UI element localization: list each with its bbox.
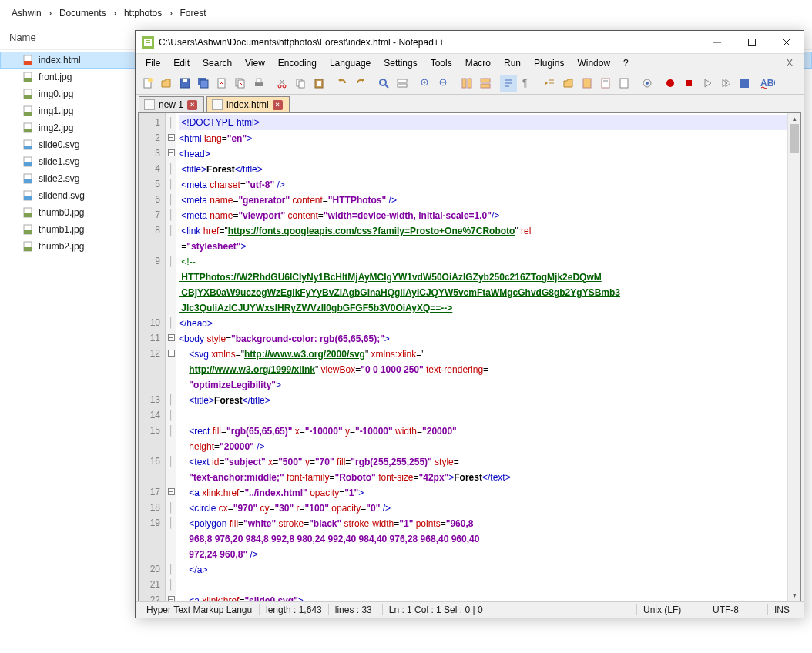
- tab-new1[interactable]: new 1×: [139, 96, 204, 112]
- find-icon[interactable]: [375, 75, 392, 92]
- menu-plugins[interactable]: Plugins: [528, 55, 569, 71]
- breadcrumb[interactable]: Ashwin › Documents › httphotos › Forest: [0, 0, 812, 25]
- file-icon: [144, 99, 155, 110]
- closefile-icon[interactable]: [213, 75, 230, 92]
- scroll-up-icon[interactable]: ▴: [788, 113, 800, 124]
- open-icon[interactable]: [158, 75, 175, 92]
- fold-column[interactable]: │││││││││││││││││: [166, 113, 176, 601]
- file-name: img1.jpg: [39, 105, 73, 116]
- cut-icon[interactable]: [273, 75, 290, 92]
- undo-icon[interactable]: [334, 75, 351, 92]
- folder-icon[interactable]: [560, 75, 577, 92]
- svg-rect-21: [24, 230, 32, 234]
- crumb-2[interactable]: httphotos: [124, 8, 162, 18]
- svg-line-55: [385, 85, 388, 88]
- file-name: index.html: [39, 55, 81, 65]
- window-title: C:\Users\Ashwin\Documents\httphotos\Fore…: [159, 37, 700, 48]
- scroll-thumb[interactable]: [790, 124, 799, 153]
- crumb-sep: ›: [169, 8, 173, 18]
- spellcheck-icon[interactable]: ABC: [759, 75, 776, 92]
- crumb-sep: ›: [49, 8, 52, 18]
- closeall-icon[interactable]: [232, 75, 249, 92]
- crumb-sep: ›: [113, 8, 116, 18]
- svg-rect-17: [24, 196, 32, 200]
- wrap-icon[interactable]: [500, 75, 517, 92]
- menu-settings[interactable]: Settings: [378, 55, 422, 71]
- file-name: front.jpg: [39, 72, 72, 82]
- stop-icon[interactable]: [680, 75, 697, 92]
- file-icon: [22, 189, 34, 202]
- status-mode: INS: [768, 604, 799, 615]
- svg-rect-57: [398, 84, 407, 87]
- scroll-down-icon[interactable]: ▾: [788, 590, 800, 601]
- sync-v-icon[interactable]: [458, 75, 475, 92]
- indent-icon[interactable]: [542, 75, 559, 92]
- menubar: File Edit Search View Encoding Language …: [136, 54, 804, 72]
- svg-rect-13: [24, 162, 32, 166]
- sync-h-icon[interactable]: [477, 75, 494, 92]
- svg-point-33: [148, 78, 153, 82]
- docmap-icon[interactable]: [579, 75, 596, 92]
- vertical-scrollbar[interactable]: ▴ ▾: [787, 113, 800, 601]
- svg-rect-63: [462, 79, 466, 88]
- replace-icon[interactable]: [394, 75, 411, 92]
- play-icon[interactable]: [699, 75, 716, 92]
- menu-help[interactable]: ?: [618, 55, 634, 71]
- svg-rect-37: [200, 80, 208, 88]
- menu-file[interactable]: File: [140, 55, 166, 71]
- funclist-icon[interactable]: [597, 75, 614, 92]
- menu-window[interactable]: Window: [572, 55, 616, 71]
- status-length: length : 1,643: [260, 604, 329, 615]
- close-tab-icon[interactable]: ×: [273, 100, 283, 110]
- svg-rect-11: [24, 146, 32, 149]
- menu-macro[interactable]: Macro: [460, 55, 496, 71]
- svg-rect-3: [24, 78, 32, 82]
- new-icon[interactable]: [139, 75, 156, 92]
- crumb-1[interactable]: Documents: [59, 8, 106, 18]
- minimize-button[interactable]: [700, 31, 734, 54]
- zoomout-icon[interactable]: [435, 75, 452, 92]
- tab-label: new 1: [159, 99, 183, 110]
- menu-search[interactable]: Search: [197, 55, 237, 71]
- titlebar[interactable]: C:\Users\Ashwin\Documents\httphotos\Fore…: [136, 31, 804, 54]
- status-position: Ln : 1 Col : 1 Sel : 0 | 0: [383, 604, 637, 615]
- copy-icon[interactable]: [292, 75, 309, 92]
- editor-area[interactable]: 1234567891011121314151617181920212223 ││…: [138, 112, 801, 601]
- record-icon[interactable]: [662, 75, 679, 92]
- svg-text:¶: ¶: [522, 78, 527, 89]
- svg-rect-65: [481, 79, 490, 82]
- file-icon: [22, 156, 34, 168]
- close-button[interactable]: [769, 31, 804, 54]
- file-icon: [212, 99, 223, 110]
- menu-language[interactable]: Language: [324, 55, 376, 71]
- save-icon[interactable]: [176, 75, 193, 92]
- savemacro-icon[interactable]: [736, 75, 753, 92]
- monitor-icon[interactable]: [639, 75, 656, 92]
- file-name: img0.jpg: [39, 89, 73, 99]
- close-tab-icon[interactable]: ×: [187, 100, 197, 110]
- print-icon[interactable]: [250, 75, 267, 92]
- zoomin-icon[interactable]: [417, 75, 434, 92]
- statusbar: Hyper Text Markup Langu length : 1,643 l…: [136, 601, 804, 618]
- svg-rect-7: [24, 112, 32, 116]
- svg-rect-80: [686, 80, 692, 86]
- redo-icon[interactable]: [352, 75, 369, 92]
- file-name: slide1.svg: [39, 156, 79, 167]
- menu-run[interactable]: Run: [498, 55, 526, 71]
- svg-point-47: [283, 85, 286, 88]
- tab-indexhtml[interactable]: index.html×: [206, 96, 290, 112]
- playmult-icon[interactable]: [717, 75, 734, 92]
- menu-close-x[interactable]: X: [780, 55, 799, 71]
- showall-icon[interactable]: ¶: [518, 75, 535, 92]
- menu-edit[interactable]: Edit: [168, 55, 195, 71]
- menu-view[interactable]: View: [240, 55, 270, 71]
- menu-encoding[interactable]: Encoding: [273, 55, 322, 71]
- code-content[interactable]: <!DOCTYPE html><html lang="en"><head> <t…: [176, 113, 800, 601]
- paste-icon[interactable]: [310, 75, 327, 92]
- crumb-0[interactable]: Ashwin: [12, 8, 42, 18]
- doclist-icon[interactable]: [616, 75, 632, 92]
- crumb-3[interactable]: Forest: [180, 8, 206, 18]
- saveall-icon[interactable]: [195, 75, 212, 92]
- menu-tools[interactable]: Tools: [425, 55, 458, 71]
- maximize-button[interactable]: [734, 31, 769, 54]
